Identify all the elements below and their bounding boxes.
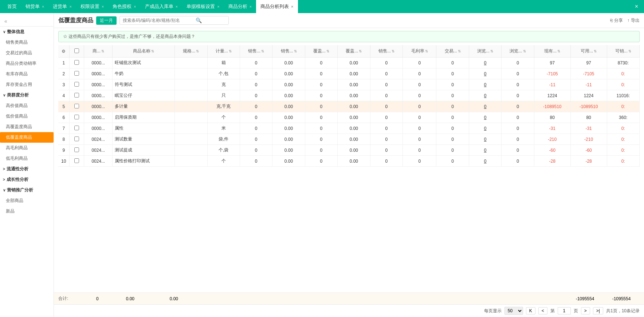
per-page-select[interactable]: 50 10 20 100 bbox=[504, 307, 523, 315]
nav-role-auth[interactable]: 角色授权 × bbox=[108, 0, 140, 13]
sidebar-collapse-button[interactable]: « bbox=[3, 15, 9, 24]
row-select-1[interactable] bbox=[74, 60, 79, 65]
col-transaction[interactable]: 交易...⇅ bbox=[436, 45, 469, 58]
row-checkbox-10[interactable] bbox=[69, 156, 84, 167]
col-coverage1[interactable]: 覆盖...⇅ bbox=[305, 45, 337, 58]
window-close-button[interactable]: × bbox=[632, 3, 641, 10]
nav-sales-order[interactable]: 销货单 × bbox=[21, 0, 48, 13]
col-browse2[interactable]: 浏览...⇅ bbox=[502, 45, 534, 58]
row-browse1-1[interactable]: 0 bbox=[469, 58, 501, 68]
row-browse1-6[interactable]: 0 bbox=[469, 112, 501, 123]
nav-product-analysis-list[interactable]: 商品分析列表 × bbox=[256, 0, 298, 13]
search-icon[interactable]: 🔍 bbox=[196, 17, 202, 23]
row-checkbox-1[interactable] bbox=[69, 58, 84, 68]
col-name[interactable]: 商品名称⇅ bbox=[113, 45, 175, 58]
sidebar-section-liquidity[interactable]: > 流通性分析 bbox=[0, 164, 54, 174]
page-number-input[interactable] bbox=[558, 307, 571, 314]
sidebar-section-growth[interactable]: > 成长性分析 bbox=[0, 174, 54, 185]
nav-close-product-analysis[interactable]: × bbox=[250, 4, 252, 9]
nav-close-purchase-order[interactable]: × bbox=[69, 4, 71, 9]
period-button[interactable]: 近一月 bbox=[96, 16, 117, 25]
settings-column-header[interactable]: ⚙ bbox=[58, 45, 69, 58]
share-button[interactable]: ⎗ 分享 bbox=[610, 17, 623, 24]
nav-close-sales-order[interactable]: × bbox=[42, 4, 44, 9]
row-select-6[interactable] bbox=[74, 115, 79, 119]
col-unit[interactable]: 计量...⇅ bbox=[207, 45, 240, 58]
row-browse1-4[interactable]: 0 bbox=[469, 90, 501, 101]
sidebar-section-marketing[interactable]: ∨ 营销推广分析 bbox=[0, 185, 54, 195]
row-browse2-6: 0 bbox=[502, 112, 534, 123]
nav-home[interactable]: 首页 bbox=[3, 0, 21, 13]
nav-close-analysis-list[interactable]: × bbox=[291, 4, 293, 9]
first-page-button[interactable]: K bbox=[526, 307, 535, 314]
sidebar-item-low-coverage[interactable]: 低覆盖度商品 bbox=[0, 132, 54, 143]
row-browse1-5[interactable]: 0 bbox=[469, 101, 501, 112]
row-select-2[interactable] bbox=[74, 71, 79, 76]
sidebar-item-high-value[interactable]: 高价值商品 bbox=[0, 100, 54, 111]
sidebar-item-stocked-goods[interactable]: 有库存商品 bbox=[0, 69, 54, 79]
row-select-9[interactable] bbox=[74, 147, 79, 152]
nav-close-permission[interactable]: × bbox=[102, 4, 104, 9]
row-checkbox-7[interactable] bbox=[69, 123, 84, 134]
sidebar-item-low-margin[interactable]: 低毛利商品 bbox=[0, 153, 54, 164]
export-button[interactable]: ↑ 导出 bbox=[627, 17, 640, 24]
nav-product-inbound[interactable]: 产成品入库单 × bbox=[141, 0, 182, 13]
row-browse1-2[interactable]: 0 bbox=[469, 68, 501, 79]
col-sales3[interactable]: 销售...⇅ bbox=[370, 45, 402, 58]
row-browse1-10[interactable]: 0 bbox=[469, 156, 501, 167]
row-select-4[interactable] bbox=[74, 93, 79, 98]
search-input[interactable] bbox=[123, 18, 196, 23]
nav-permission[interactable]: 权限设置 × bbox=[76, 0, 108, 13]
row-select-3[interactable] bbox=[74, 82, 79, 87]
col-coverage2[interactable]: 覆盖...⇅ bbox=[338, 45, 370, 58]
sidebar-item-category-rate[interactable]: 商品分类动销率 bbox=[0, 58, 54, 69]
row-checkbox-3[interactable] bbox=[69, 79, 84, 90]
section-arrow-group: ∨ bbox=[3, 93, 5, 97]
sidebar-item-traded-goods[interactable]: 交易过的商品 bbox=[0, 48, 54, 58]
row-sales-qty-8: 0 bbox=[240, 134, 272, 145]
row-checkbox-4[interactable] bbox=[69, 90, 84, 101]
nav-purchase-order[interactable]: 进货单 × bbox=[48, 0, 76, 13]
row-checkbox-5[interactable] bbox=[69, 101, 84, 112]
col-sellable[interactable]: 可销...⇅ bbox=[607, 45, 639, 58]
prev-page-button[interactable]: < bbox=[538, 307, 547, 314]
sidebar-item-all-goods[interactable]: 全部商品 bbox=[0, 195, 54, 206]
next-page-button[interactable]: > bbox=[581, 307, 590, 314]
sidebar-item-low-value[interactable]: 低价值商品 bbox=[0, 111, 54, 122]
row-browse1-7[interactable]: 0 bbox=[469, 123, 501, 134]
col-browse1[interactable]: 浏览...⇅ bbox=[469, 45, 501, 58]
col-current-stock[interactable]: 现有...⇅ bbox=[534, 45, 570, 58]
row-select-8[interactable] bbox=[74, 136, 79, 141]
row-select-10[interactable] bbox=[74, 158, 79, 163]
row-checkbox-9[interactable] bbox=[69, 145, 84, 156]
last-page-button[interactable]: >| bbox=[593, 307, 603, 314]
nav-template-settings[interactable]: 单据模板设置 × bbox=[182, 0, 224, 13]
sidebar-item-new-goods[interactable]: 新品 bbox=[0, 206, 54, 217]
sidebar-section-group[interactable]: ∨ 类群度分析 bbox=[0, 90, 54, 100]
sidebar-section-overall[interactable]: ∨ 整体信息 bbox=[0, 27, 54, 37]
row-select-7[interactable] bbox=[74, 126, 79, 130]
sidebar-item-high-coverage[interactable]: 高覆盖度商品 bbox=[0, 122, 54, 132]
col-available-stock[interactable]: 可用...⇅ bbox=[570, 45, 607, 58]
sidebar-item-stock-capital[interactable]: 库存资金占用 bbox=[0, 79, 54, 90]
col-gross-margin[interactable]: 毛利率⇅ bbox=[402, 45, 436, 58]
nav-close-product-inbound[interactable]: × bbox=[176, 4, 178, 9]
row-browse1-9[interactable]: 0 bbox=[469, 145, 501, 156]
checkbox-column-header[interactable] bbox=[69, 45, 84, 58]
row-browse1-3[interactable]: 0 bbox=[469, 79, 501, 90]
select-all-checkbox[interactable] bbox=[74, 48, 79, 53]
col-sales-qty[interactable]: 销售...⇅ bbox=[240, 45, 272, 58]
sidebar-item-sales-goods[interactable]: 销售类商品 bbox=[0, 37, 54, 48]
row-checkbox-6[interactable] bbox=[69, 112, 84, 123]
nav-close-template[interactable]: × bbox=[217, 4, 219, 9]
nav-close-role-auth[interactable]: × bbox=[134, 4, 136, 9]
row-select-5[interactable] bbox=[74, 104, 79, 108]
row-browse1-8[interactable]: 0 bbox=[469, 134, 501, 145]
nav-product-analysis[interactable]: 商品分析 × bbox=[224, 0, 256, 13]
row-checkbox-2[interactable] bbox=[69, 68, 84, 79]
col-spec[interactable]: 规格...⇅ bbox=[175, 45, 207, 58]
col-sales-amt[interactable]: 销售...⇅ bbox=[272, 45, 305, 58]
col-code[interactable]: 商...⇅ bbox=[84, 45, 113, 58]
row-checkbox-8[interactable] bbox=[69, 134, 84, 145]
sidebar-item-high-margin[interactable]: 高毛利商品 bbox=[0, 143, 54, 153]
